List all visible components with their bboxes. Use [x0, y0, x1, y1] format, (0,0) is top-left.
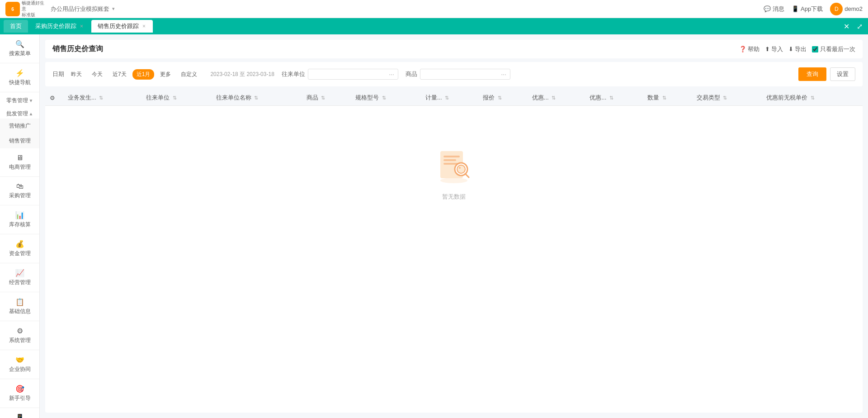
col-quantity[interactable]: 数量 ⇅ — [643, 90, 692, 106]
sidebar-item-sales-mgmt[interactable]: 销售管理 — [0, 133, 39, 148]
sidebar-item-marketing[interactable]: 营销推广 — [0, 119, 39, 133]
header-actions: 💬 消息 📱 App下载 D demo2 — [764, 3, 863, 15]
basic-info-icon: 📋 — [15, 298, 24, 306]
avatar: D — [830, 3, 843, 15]
filter-row: 日期 昨天 今天 近7天 近1月 更多 自定义 2023-02-18 至 202… — [52, 67, 855, 81]
sidebar-item-retail-mgmt[interactable]: 零售管理 ▼ — [0, 92, 39, 105]
settings-button[interactable]: 设置 — [830, 67, 855, 81]
col-discount-price[interactable]: 优惠... ⇅ — [585, 90, 643, 106]
app-download-button[interactable]: 📱 App下载 — [792, 5, 823, 13]
only-last-checkbox-label[interactable]: 只看最后一次 — [812, 45, 855, 53]
column-settings-button[interactable]: ⚙ — [45, 90, 63, 106]
tab-home[interactable]: 首页 — [4, 20, 28, 33]
wholesale-chevron-icon: ▲ — [29, 111, 33, 116]
sidebar-item-quick-nav[interactable]: ⚡ 快捷导航 — [0, 63, 39, 92]
col-pre-tax-price[interactable]: 优惠前无税单价 ⇅ — [762, 90, 863, 106]
col-quoted-price[interactable]: 报价 ⇅ — [478, 90, 528, 106]
partner-input[interactable] — [312, 71, 389, 78]
data-table: ⚙ 业务发生... ⇅ 往来单位 ⇅ 往来单位名称 — [45, 90, 863, 106]
help-icon: ❓ — [739, 46, 746, 52]
guide-icon: 🎯 — [15, 385, 24, 393]
tab-purchase-close[interactable]: × — [79, 23, 84, 30]
date-range-display: 2023-02-18 至 2023-03-18 — [208, 71, 274, 78]
col-discount-rate[interactable]: 优惠... ⇅ — [528, 90, 585, 106]
goods-input[interactable] — [424, 71, 501, 78]
date-btn-custom[interactable]: 自定义 — [177, 69, 201, 80]
date-btn-more[interactable]: 更多 — [156, 69, 175, 80]
sort-icon-goods: ⇅ — [321, 95, 325, 100]
sort-icon-biz-date: ⇅ — [99, 95, 103, 100]
sidebar-item-basic-info[interactable]: 📋 基础信息 — [0, 292, 39, 321]
tab-end-actions: ✕ ⤢ — [842, 21, 864, 32]
date-btn-yesterday[interactable]: 昨天 — [67, 69, 86, 80]
svg-point-2 — [440, 178, 467, 183]
sort-icon-unit: ⇅ — [445, 95, 449, 100]
top-header: 6 畅捷通好生意 标准版 办公用品行业模拟账套 ▾ 💬 消息 📱 App下载 D… — [0, 0, 868, 18]
svg-line-9 — [465, 174, 469, 177]
date-btn-7days[interactable]: 近7天 — [108, 69, 131, 80]
date-btn-today[interactable]: 今天 — [88, 69, 107, 80]
operations-icon: 📈 — [15, 269, 24, 277]
sidebar-item-wholesale-mgmt[interactable]: 批发管理 ▲ — [0, 105, 39, 119]
svg-rect-5 — [443, 159, 456, 161]
col-partner-code[interactable]: 往来单位 ⇅ — [142, 90, 211, 106]
sidebar-item-finance-mgmt[interactable]: 💰 资金管理 — [0, 234, 39, 263]
goods-select-icon[interactable]: ··· — [501, 71, 506, 78]
export-button[interactable]: ⬇ 导出 — [788, 45, 807, 53]
empty-icon — [431, 142, 476, 187]
col-unit[interactable]: 计量... ⇅ — [421, 90, 479, 106]
table-container: ⚙ 业务发生... ⇅ 往来单位 ⇅ 往来单位名称 — [45, 90, 863, 413]
tab-bar: 首页 采购历史价跟踪 × 销售历史价跟踪 × ✕ ⤢ — [0, 18, 868, 34]
company-selector[interactable]: 办公用品行业模拟账套 ▾ — [45, 5, 764, 13]
company-name: 办公用品行业模拟账套 — [51, 5, 109, 13]
user-menu[interactable]: D demo2 — [830, 3, 863, 15]
svg-text:6: 6 — [11, 7, 14, 12]
date-quick-btns: 昨天 今天 近7天 近1月 更多 自定义 — [67, 69, 201, 80]
tab-sales-close[interactable]: × — [142, 23, 146, 30]
svg-point-10 — [459, 167, 461, 169]
col-partner-name[interactable]: 往来单位名称 ⇅ — [212, 90, 302, 106]
sidebar-item-inventory[interactable]: 📊 库存核算 — [0, 205, 39, 234]
col-biz-date[interactable]: 业务发生... ⇅ — [63, 90, 142, 106]
sidebar-item-enterprise-collab[interactable]: 🤝 企业协同 — [0, 350, 39, 379]
sort-icon-quantity: ⇅ — [662, 95, 666, 100]
sidebar-item-search-menu[interactable]: 🔍 搜索菜单 — [0, 34, 39, 63]
svg-rect-6 — [443, 163, 458, 165]
col-trade-type[interactable]: 交易类型 ⇅ — [692, 90, 762, 106]
date-range-text: 2023-02-18 至 2023-03-18 — [210, 71, 274, 78]
tab-purchase-history[interactable]: 采购历史价跟踪 × — [29, 20, 90, 33]
sidebar-item-system-mgmt[interactable]: ⚙ 系统管理 — [0, 321, 39, 350]
sidebar-item-operations-mgmt[interactable]: 📈 经营管理 — [0, 263, 39, 292]
query-button[interactable]: 查询 — [798, 67, 826, 81]
sidebar-item-ecommerce-mgmt[interactable]: 🖥 电商管理 — [0, 148, 39, 177]
empty-state: 暂无数据 — [45, 106, 863, 237]
page-content: 销售历史价查询 ❓ 帮助 ⬆ 导入 ⬇ 导出 — [40, 34, 868, 418]
sidebar-item-purchase-mgmt[interactable]: 🛍 采购管理 — [0, 177, 39, 205]
sidebar-item-beginner-guide[interactable]: 🎯 新手引导 — [0, 379, 39, 408]
date-filter: 日期 昨天 今天 近7天 近1月 更多 自定义 — [52, 69, 201, 80]
logo-text: 畅捷通好生意 标准版 — [22, 0, 45, 18]
close-all-tabs-button[interactable]: ✕ — [842, 21, 851, 32]
logo-icon: 6 — [5, 2, 20, 16]
fullscreen-button[interactable]: ⤢ — [855, 21, 864, 32]
message-button[interactable]: 💬 消息 — [764, 5, 784, 13]
partner-filter: 往来单位 ··· — [282, 69, 398, 80]
svg-point-8 — [457, 165, 465, 173]
sidebar: 🔍 搜索菜单 ⚡ 快捷导航 零售管理 ▼ 批发管理 ▲ 营销推广 销售管理 🖥 … — [0, 34, 40, 418]
sort-icon-pre-tax-price: ⇅ — [811, 95, 815, 100]
help-button[interactable]: ❓ 帮助 — [739, 45, 760, 53]
logo-area: 6 畅捷通好生意 标准版 — [5, 0, 45, 18]
tab-sales-history[interactable]: 销售历史价跟踪 × — [91, 20, 153, 33]
sort-icon-trade-type: ⇅ — [723, 95, 727, 100]
import-button[interactable]: ⬆ 导入 — [765, 45, 783, 53]
partner-select-icon[interactable]: ··· — [389, 71, 394, 78]
col-spec[interactable]: 规格型号 ⇅ — [351, 90, 420, 106]
sort-icon-discount-rate: ⇅ — [552, 95, 556, 100]
sort-icon-spec: ⇅ — [382, 95, 386, 100]
sidebar-item-app-center[interactable]: 📱 应用中心 — [0, 408, 39, 418]
col-goods[interactable]: 商品 ⇅ — [302, 90, 351, 106]
page-title-actions: ❓ 帮助 ⬆ 导入 ⬇ 导出 只看最后一次 — [739, 45, 855, 53]
only-last-checkbox[interactable] — [812, 46, 818, 52]
date-btn-1month[interactable]: 近1月 — [132, 69, 155, 80]
partner-input-wrap: ··· — [308, 69, 398, 80]
